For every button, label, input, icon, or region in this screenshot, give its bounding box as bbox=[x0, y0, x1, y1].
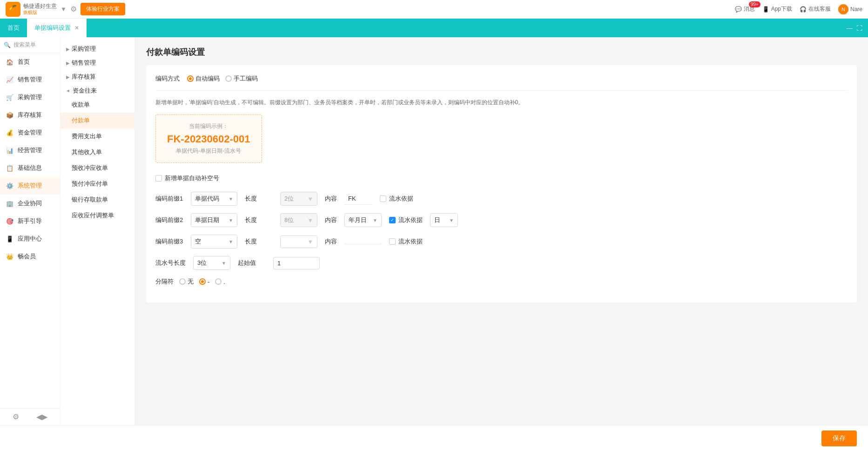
prefix2-content-select[interactable]: 年月日 ▼ bbox=[344, 213, 382, 227]
auto-fill-row: 新增单据自动补空号 bbox=[155, 174, 848, 182]
sidebar-item-home[interactable]: 🏠 首页 bbox=[0, 53, 60, 71]
sidebar-item-payment[interactable]: 付款单 bbox=[61, 113, 135, 128]
prefix1-row: 编码前缀1 单据代码 ▼ 长度 2位 ▼ 内容 FK 流水依据 bbox=[155, 192, 848, 206]
sidebar-item-receipt[interactable]: 收款单 bbox=[61, 97, 135, 113]
prefix3-row: 编码前缀3 空 ▼ 长度 ▼ 内容 流水依据 bbox=[155, 235, 848, 249]
sidebar-item-inventory[interactable]: 📦 库存核算 bbox=[0, 106, 60, 124]
home-icon: 🏠 bbox=[6, 58, 14, 66]
content-area: 付款单编码设置 编码方式 自动编码 手工编码 新增单据时，'单据编码'自动生 bbox=[135, 37, 868, 425]
code-preview-box: 当前编码示例： FK-20230602-001 单据代码-单据日期-流水号 bbox=[155, 114, 262, 163]
tab-home[interactable]: 首页 bbox=[0, 19, 27, 37]
search-menu-button[interactable]: 🔍 搜索菜单 bbox=[0, 37, 60, 53]
settings-icon[interactable]: ⚙ bbox=[70, 5, 77, 13]
sales-mgmt-group[interactable]: ▶ 销售管理 bbox=[61, 55, 135, 69]
top-bar-left: 🍊 畅捷通好生意 旗舰版 ▼ ⚙ 体验行业方案 bbox=[6, 2, 125, 17]
sidebar-item-member[interactable]: 👑 畅会员 bbox=[0, 248, 60, 265]
separator-none-icon bbox=[179, 278, 186, 285]
prefix1-stream-label: 流水依据 bbox=[389, 195, 413, 203]
tab-bar-controls: — ⛶ bbox=[847, 25, 868, 32]
inventory-icon: 📦 bbox=[6, 111, 14, 119]
sidebar-item-guide[interactable]: 🎯 新手引导 bbox=[0, 212, 60, 230]
prefix3-stream-checkbox[interactable] bbox=[389, 238, 396, 245]
serial-start-input[interactable] bbox=[273, 257, 320, 269]
prefix1-length-input[interactable]: 2位 ▼ bbox=[280, 192, 317, 206]
prefix2-content-label: 内容 bbox=[325, 216, 337, 224]
prefix1-stream-checkbox[interactable] bbox=[380, 195, 386, 202]
collapse-icon[interactable]: ◀▶ bbox=[36, 412, 47, 421]
prefix2-length-arrow: ▼ bbox=[307, 217, 313, 224]
prefix2-content-arrow: ▼ bbox=[373, 218, 377, 223]
prefix3-length-input[interactable]: ▼ bbox=[280, 236, 317, 248]
inventory-calc-group[interactable]: ▶ 库存核算 bbox=[61, 69, 135, 83]
serial-length-label: 流水号长度 bbox=[155, 259, 186, 267]
sidebar-item-prepay-payable[interactable]: 预付冲应付单 bbox=[61, 176, 135, 192]
serial-length-select[interactable]: 3位 ▼ bbox=[193, 256, 230, 270]
separator-row: 分隔符 无 - . bbox=[155, 277, 848, 286]
user-menu[interactable]: N Nare bbox=[838, 4, 862, 14]
prefix1-select[interactable]: 单据代码 ▼ bbox=[191, 192, 237, 206]
separator-dot-radio[interactable]: . bbox=[215, 278, 225, 285]
sidebar-item-system[interactable]: ⚙️ 系统管理 bbox=[0, 177, 60, 195]
capital-flow-group[interactable]: ▼ 资金往来 bbox=[61, 83, 135, 97]
prefix3-content-label: 内容 bbox=[325, 237, 337, 246]
sidebar-item-ar-ap-adjust[interactable]: 应收应付调整单 bbox=[61, 208, 135, 223]
sidebar-item-basic-info[interactable]: 📋 基础信息 bbox=[0, 159, 60, 177]
sidebar-item-sales[interactable]: 📈 销售管理 bbox=[0, 71, 60, 88]
prefix2-stream-label: 流水依据 bbox=[398, 216, 423, 224]
separator-dash-radio[interactable]: - bbox=[199, 278, 209, 285]
purchase-mgmt-group[interactable]: ▶ 采购管理 bbox=[61, 41, 135, 55]
sidebar-item-other-income[interactable]: 其他收入单 bbox=[61, 144, 135, 160]
sidebar-item-purchase[interactable]: 🛒 采购管理 bbox=[0, 88, 60, 106]
search-icon: 🔍 bbox=[4, 42, 11, 48]
separator-none-radio[interactable]: 无 bbox=[179, 277, 194, 286]
sidebar-item-enterprise[interactable]: 🏢 企业协同 bbox=[0, 195, 60, 212]
sidebar-item-operations[interactable]: 📊 经营管理 bbox=[0, 141, 60, 159]
prefix1-content-value: FK bbox=[344, 193, 372, 205]
prefix2-unit-select[interactable]: 日 ▼ bbox=[430, 213, 458, 227]
logo-icon: 🍊 bbox=[6, 2, 20, 17]
manual-code-radio[interactable]: 手工编码 bbox=[225, 74, 258, 83]
prefix3-length-arrow: ▼ bbox=[307, 238, 313, 245]
bottom-bar: 保存 bbox=[0, 425, 868, 451]
purchase-icon: 🛒 bbox=[6, 93, 14, 101]
prefix3-length-label: 长度 bbox=[245, 237, 273, 246]
top-bar-controls: ▼ ⚙ bbox=[61, 5, 77, 13]
serial-row: 流水号长度 3位 ▼ 起始值 bbox=[155, 256, 848, 270]
left-sidebar: 🔍 搜索菜单 🏠 首页 📈 销售管理 🛒 采购管理 📦 库存核算 💰 bbox=[0, 37, 61, 425]
prefix2-select[interactable]: 单据日期 ▼ bbox=[191, 213, 237, 227]
sidebar-bottom: ⚙ ◀▶ bbox=[0, 408, 60, 425]
tab-minimize-icon[interactable]: — bbox=[847, 25, 853, 32]
sidebar-item-expense[interactable]: 费用支出单 bbox=[61, 128, 135, 144]
sidebar-item-finance[interactable]: 💰 资金管理 bbox=[0, 124, 60, 141]
prefix2-length-input[interactable]: 8位 ▼ bbox=[280, 213, 317, 227]
app-download-button[interactable]: 📱 App下载 bbox=[762, 5, 792, 13]
sidebar-item-prepay-receivable[interactable]: 预收冲应收单 bbox=[61, 160, 135, 176]
prefix2-row: 编码前缀2 单据日期 ▼ 长度 8位 ▼ 内容 年月日 ▼ ✓ 流水依据 bbox=[155, 213, 848, 227]
prefix2-stream-checkbox[interactable]: ✓ bbox=[389, 217, 396, 223]
trial-button[interactable]: 体验行业方案 bbox=[81, 3, 125, 15]
tab-maximize-icon[interactable]: ⛶ bbox=[856, 25, 862, 32]
auto-code-radio-icon bbox=[187, 75, 194, 82]
save-button[interactable]: 保存 bbox=[821, 431, 857, 446]
prefix1-select-arrow: ▼ bbox=[229, 196, 233, 202]
basic-info-icon: 📋 bbox=[6, 164, 14, 172]
guide-icon: 🎯 bbox=[6, 217, 14, 225]
top-bar: 🍊 畅捷通好生意 旗舰版 ▼ ⚙ 体验行业方案 💬 消息 99+ 📱 App下载… bbox=[0, 0, 868, 19]
dropdown-arrow-icon[interactable]: ▼ bbox=[61, 6, 67, 13]
serial-start-label: 起始值 bbox=[238, 259, 266, 267]
prefix3-select[interactable]: 空 ▼ bbox=[191, 235, 237, 249]
sidebar-item-app-center[interactable]: 📱 应用中心 bbox=[0, 230, 60, 248]
online-service-button[interactable]: 🎧 在线客服 bbox=[800, 5, 831, 13]
sidebar-item-bank-deposit[interactable]: 银行存取款单 bbox=[61, 192, 135, 208]
code-preview-value: FK-20230602-001 bbox=[167, 133, 250, 145]
message-button[interactable]: 💬 消息 99+ bbox=[735, 5, 755, 13]
tab-close-icon[interactable]: ✕ bbox=[74, 25, 79, 31]
prefix2-label: 编码前缀2 bbox=[155, 216, 183, 224]
auto-fill-checkbox[interactable] bbox=[155, 175, 162, 182]
tab-voucher-setting[interactable]: 单据编码设置 ✕ bbox=[27, 19, 87, 37]
auto-code-radio[interactable]: 自动编码 bbox=[187, 74, 220, 83]
encoding-method-label: 编码方式 bbox=[155, 74, 180, 83]
prefix2-select-arrow: ▼ bbox=[229, 218, 233, 223]
settings-bottom-icon[interactable]: ⚙ bbox=[13, 412, 19, 421]
tab-bar: 首页 单据编码设置 ✕ — ⛶ bbox=[0, 19, 868, 37]
